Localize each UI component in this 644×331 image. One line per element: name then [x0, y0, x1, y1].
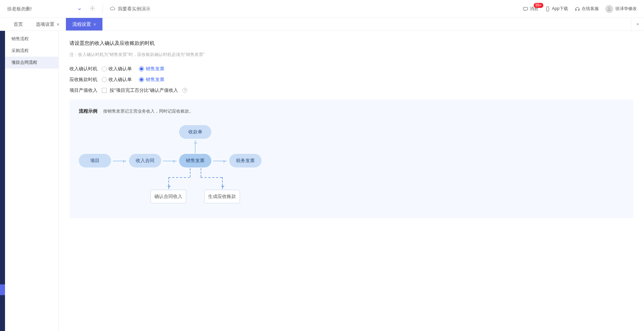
checkbox-label: 按"项目完工百分比"确认产值收入 [110, 87, 178, 94]
setting-row-output: 项目产值收入 按"项目完工百分比"确认产值收入 ? [69, 87, 633, 94]
user-menu[interactable]: 徐泽华修改 [605, 5, 637, 13]
close-icon[interactable]: × [93, 22, 96, 27]
flow-dashed [201, 177, 222, 178]
tab-process-label: 流程设置 [72, 21, 91, 28]
content-area: 请设置您的收入确认及应收账款的时机 注：收入确认时机为"销售发票"时，应收账款确… [59, 31, 644, 331]
radio-icon [139, 77, 144, 82]
top-actions: 消息 99+ App下载 在线客服 徐泽华修改 [523, 5, 637, 13]
sidebar: 销售流程 采购流程 项目合同流程 [5, 31, 59, 331]
flow-desc: 按销售发票记主营业务收入，同时记应收账款。 [103, 108, 193, 114]
setting-label: 项目产值收入 [69, 87, 102, 94]
flow-canvas: 项目 收入合同 销售发票 税务发票 收款单 确认合同收入 生成应收账款 [79, 125, 279, 204]
tabs-close-all[interactable]: × [631, 18, 644, 30]
svg-point-0 [92, 8, 93, 9]
flow-dashed [201, 168, 201, 177]
close-icon[interactable]: × [57, 22, 59, 27]
close-icon: × [636, 22, 639, 27]
radio-label: 销售发票 [146, 66, 164, 72]
flow-dashed [222, 177, 223, 189]
flow-node-sales-invoice: 销售发票 [179, 154, 211, 167]
main-layout: 销售流程 采购流程 项目合同流程 请设置您的收入确认及应收账款的时机 注：收入确… [0, 31, 644, 331]
tab-home-label: 首页 [14, 21, 23, 28]
radio-group-income: 收入确认单 销售发票 [102, 66, 164, 72]
flow-header: 流程示例 按销售发票记主营业务收入，同时记应收账款。 [79, 108, 624, 114]
sidebar-item-sales[interactable]: 销售流程 [5, 33, 58, 45]
org-selector[interactable]: 徐老板勿删! [7, 6, 82, 12]
settings-button[interactable] [90, 5, 95, 12]
flow-dashed [190, 168, 191, 177]
chevron-down-icon [77, 6, 82, 12]
phone-icon [545, 6, 551, 12]
radio-icon [102, 66, 107, 71]
flow-arrow [213, 161, 227, 161]
message-icon [523, 6, 528, 12]
svg-rect-2 [546, 7, 549, 11]
radio-icon [139, 66, 144, 71]
radio-label: 收入确认单 [109, 76, 132, 83]
radio-receivable-confirm[interactable]: 收入确认单 [102, 76, 132, 83]
flow-title: 流程示例 [79, 108, 97, 114]
flow-arrow [113, 161, 126, 161]
divider [102, 5, 103, 13]
radio-income-confirm[interactable]: 收入确认单 [102, 66, 132, 72]
app-download-button[interactable]: App下载 [545, 6, 568, 12]
flow-node-gen-receivable: 生成应收账款 [204, 190, 240, 203]
flow-node-receipt: 收款单 [179, 125, 211, 139]
app-download-label: App下载 [552, 6, 568, 12]
setting-label: 应收账款时机 [69, 76, 102, 83]
flow-node-project: 项目 [79, 154, 111, 167]
setting-row-receivable: 应收账款时机 收入确认单 销售发票 [69, 76, 633, 83]
online-service-label: 在线客服 [582, 6, 599, 12]
top-bar: 徐老板勿删! 我要看实例演示 消息 99+ App下载 在线客服 徐泽华修改 [0, 0, 644, 18]
user-name: 徐泽华修改 [615, 6, 637, 12]
left-rail [0, 31, 5, 331]
sidebar-item-project[interactable]: 项目合同流程 [5, 57, 58, 68]
messages-badge: 99+ [534, 3, 543, 8]
flow-arrow [163, 161, 177, 161]
demo-link-text: 我要看实例演示 [118, 6, 150, 12]
sidebar-item-purchase[interactable]: 采购流程 [5, 45, 58, 57]
flow-arrow [195, 140, 196, 153]
svg-point-3 [608, 7, 610, 9]
avatar-icon [605, 5, 613, 13]
radio-income-invoice[interactable]: 销售发票 [139, 66, 164, 72]
radio-group-receivable: 收入确认单 销售发票 [102, 76, 164, 83]
org-name: 徐老板勿删! [7, 6, 32, 12]
radio-label: 收入确认单 [109, 66, 132, 72]
gear-icon [90, 5, 95, 11]
setting-label: 收入确认时机 [69, 66, 102, 72]
flow-dashed [168, 177, 190, 178]
tab-process[interactable]: 流程设置 × [66, 18, 102, 30]
checkbox-row: 按"项目完工百分比"确认产值收入 ? [102, 87, 187, 94]
checkbox-output[interactable] [102, 88, 107, 93]
demo-link[interactable]: 我要看实例演示 [110, 6, 150, 12]
flow-node-tax-invoice: 税务发票 [229, 154, 261, 167]
page-title: 请设置您的收入确认及应收账款的时机 [69, 40, 633, 47]
svg-rect-1 [523, 7, 528, 10]
online-service-button[interactable]: 在线客服 [575, 6, 599, 12]
tab-bar: 首页 选项设置 × 流程设置 × × [0, 18, 644, 31]
radio-label: 销售发票 [146, 76, 164, 83]
flow-node-income-contract: 收入合同 [129, 154, 161, 167]
radio-receivable-invoice[interactable]: 销售发票 [139, 76, 164, 83]
radio-icon [102, 77, 107, 82]
flow-node-confirm-income: 确认合同收入 [150, 190, 186, 203]
messages-button[interactable]: 消息 99+ [523, 6, 538, 12]
tab-home[interactable]: 首页 [7, 18, 29, 30]
page-note: 注：收入确认时机为"销售发票"时，应收账款确认时机必须为"销售发票" [69, 52, 633, 58]
tab-options[interactable]: 选项设置 × [29, 18, 66, 30]
setting-row-income: 收入确认时机 收入确认单 销售发票 [69, 66, 633, 72]
tab-options-label: 选项设置 [36, 21, 54, 28]
flow-panel: 流程示例 按销售发票记主营业务收入，同时记应收账款。 项目 收入合同 销售发票 … [69, 99, 633, 218]
cloud-icon [110, 6, 116, 12]
help-icon[interactable]: ? [182, 88, 187, 93]
flow-dashed [168, 177, 169, 189]
headset-icon [575, 6, 580, 12]
